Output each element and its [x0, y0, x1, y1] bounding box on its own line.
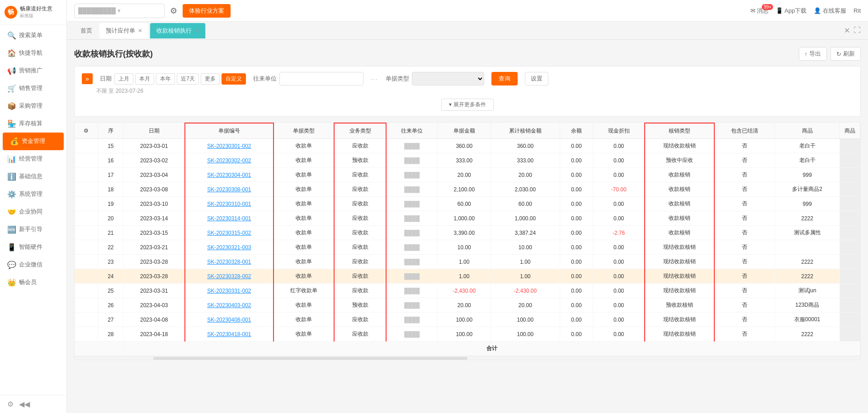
sidebar-item-system[interactable]: ⚙️ 系统管理: [0, 185, 66, 203]
cell-cum-cancel: 3,387.24: [491, 226, 560, 240]
sidebar-item-label: 企业协同: [19, 208, 42, 216]
cell-doc-no[interactable]: SK-20230308-001: [185, 182, 274, 197]
horizontal-scrollbar[interactable]: [75, 356, 860, 360]
tab-prepay-close[interactable]: ✕: [138, 28, 142, 34]
date-this-month[interactable]: 本月: [135, 73, 154, 85]
cell-cancel-type: 现结收款核销: [645, 313, 714, 327]
app-download[interactable]: 📱 App下载: [776, 7, 807, 15]
cell-balance: 0.00: [560, 284, 593, 298]
cell-balance: 0.00: [560, 269, 593, 284]
scrollbar-thumb[interactable]: [153, 357, 467, 360]
cell-doc-no[interactable]: SK-20230328-002: [185, 269, 274, 284]
cell-doc-no[interactable]: SK-20230315-002: [185, 226, 274, 240]
cell-balance: 0.00: [560, 255, 593, 269]
sidebar-item-hardware[interactable]: 📱 智能硬件: [0, 238, 66, 256]
sidebar-item-label: 新手引导: [19, 225, 42, 233]
cell-doc-no[interactable]: SK-20230328-001: [185, 255, 274, 269]
export-button[interactable]: ↑ 导出: [799, 47, 827, 61]
sidebar-item-purchase[interactable]: 📦 采购管理: [0, 97, 66, 115]
cell-cum-cancel: 1.00: [491, 255, 560, 269]
col-settings[interactable]: ⚙: [75, 123, 98, 139]
tab-expand-icon[interactable]: ⛶: [854, 26, 861, 35]
cell-checkbox: [75, 226, 98, 240]
sidebar-item-search[interactable]: 🔍 搜索菜单: [0, 27, 66, 44]
cell-checkbox: [75, 240, 98, 255]
date-7days[interactable]: 近7天: [177, 73, 199, 85]
date-more[interactable]: 更多: [201, 73, 220, 85]
date-last-month[interactable]: 上月: [114, 73, 133, 85]
message-badge-wrapper[interactable]: ✉ 消息 99+: [750, 7, 769, 15]
cell-goods2: [840, 240, 860, 255]
sidebar-item-enterprise[interactable]: 🤝 企业协同: [0, 203, 66, 221]
cell-doc-no[interactable]: SK-20230418-001: [185, 327, 274, 342]
sidebar-item-guide[interactable]: 🏠 快捷导航: [0, 44, 66, 62]
cell-doc-type: 收款单: [274, 168, 334, 182]
sidebar-item-sales[interactable]: 🛒 销售管理: [0, 80, 66, 97]
cell-goods: 999: [775, 168, 840, 182]
sidebar-item-basic[interactable]: ℹ️ 基础信息: [0, 168, 66, 185]
settings-button[interactable]: 设置: [525, 72, 548, 85]
cell-doc-type: 红字收款单: [274, 284, 334, 298]
cell-date: 2023-03-31: [123, 284, 185, 298]
table-row: 192023-03-10SK-20230310-001收款单应收款████60.…: [75, 197, 860, 211]
collapse-icon[interactable]: ◀◀: [19, 400, 30, 408]
dropdown-chevron[interactable]: ▾: [118, 7, 121, 14]
date-custom[interactable]: 自定义: [222, 73, 246, 85]
cell-date: 2023-03-15: [123, 226, 185, 240]
sidebar-item-marketing[interactable]: 📢 营销推广: [0, 62, 66, 80]
cell-doc-no[interactable]: SK-20230403-002: [185, 298, 274, 313]
sidebar-item-label: 销售管理: [19, 84, 42, 92]
doctype-select[interactable]: [412, 72, 484, 85]
industry-solution-button[interactable]: 体验行业方案: [183, 4, 231, 18]
cell-cash-discount: -2.76: [593, 226, 645, 240]
col-balance: 余额: [560, 123, 593, 139]
settings-footer-icon[interactable]: ⚙: [7, 400, 14, 408]
cell-checkbox: [75, 255, 98, 269]
cell-cum-cancel: -2,430.00: [491, 284, 560, 298]
tab-prepay[interactable]: 预计应付单 ✕: [99, 23, 149, 38]
expand-more-button[interactable]: ▾ 展开更多条件: [441, 99, 493, 111]
refresh-button[interactable]: ↻ 刷新: [830, 47, 861, 61]
cell-balance: 0.00: [560, 182, 593, 197]
cell-doc-no[interactable]: SK-20230314-001: [185, 211, 274, 226]
cell-doc-no[interactable]: SK-20230321-003: [185, 240, 274, 255]
cell-goods: 999: [775, 197, 840, 211]
cell-partner: ████: [386, 255, 438, 269]
tab-collection[interactable]: 收款核销执行 ✕: [150, 23, 206, 38]
cell-doc-no[interactable]: SK-20230302-002: [185, 153, 274, 168]
cell-doc-no[interactable]: SK-20230408-001: [185, 313, 274, 327]
cell-doc-no[interactable]: SK-20230310-001: [185, 197, 274, 211]
cell-biz-type: 预收款: [334, 298, 386, 313]
sidebar-item-member[interactable]: 👑 畅会员: [0, 274, 66, 291]
topbar-search[interactable]: █████████ ▾: [74, 4, 165, 18]
sidebar-item-label: 企业微信: [19, 261, 42, 269]
tab-close-all-icon[interactable]: ✕: [844, 26, 850, 35]
query-button[interactable]: 查询: [491, 72, 518, 85]
tab-home[interactable]: 首页: [74, 23, 99, 38]
user-name[interactable]: Rit: [854, 7, 861, 14]
cell-goods2: [840, 313, 860, 327]
cell-doc-no[interactable]: SK-20230301-002: [185, 139, 274, 153]
total-label: [75, 342, 123, 356]
cell-partner: ████: [386, 211, 438, 226]
sidebar-item-inventory[interactable]: 🏪 库存核算: [0, 115, 66, 133]
partner-input[interactable]: [279, 72, 363, 85]
cell-cash-discount: 0.00: [593, 284, 645, 298]
date-this-year[interactable]: 本年: [156, 73, 175, 85]
online-service[interactable]: 👤 在线客服: [814, 7, 846, 15]
message-icon: ✉: [750, 7, 755, 14]
table-row: 262023-04-03SK-20230403-002收款单预收款████20.…: [75, 298, 860, 313]
sidebar-item-label: 营销推广: [19, 66, 42, 75]
cell-doc-no[interactable]: SK-20230331-002: [185, 284, 274, 298]
sidebar-item-business[interactable]: 📊 经营管理: [0, 150, 66, 168]
topbar-settings-icon[interactable]: ⚙: [170, 6, 177, 16]
cell-checkbox: [75, 211, 98, 226]
sidebar-item-wechat[interactable]: 💬 企业微信: [0, 256, 66, 274]
tab-collection-close[interactable]: ✕: [194, 28, 199, 34]
sidebar-item-newbie[interactable]: 🆕 新手引导: [0, 221, 66, 238]
sidebar-item-finance[interactable]: 💰 资金管理: [3, 133, 64, 150]
filter-expand-button[interactable]: »: [82, 73, 93, 84]
cell-goods2: [840, 168, 860, 182]
cell-biz-type: 应收款: [334, 226, 386, 240]
cell-doc-no[interactable]: SK-20230304-001: [185, 168, 274, 182]
